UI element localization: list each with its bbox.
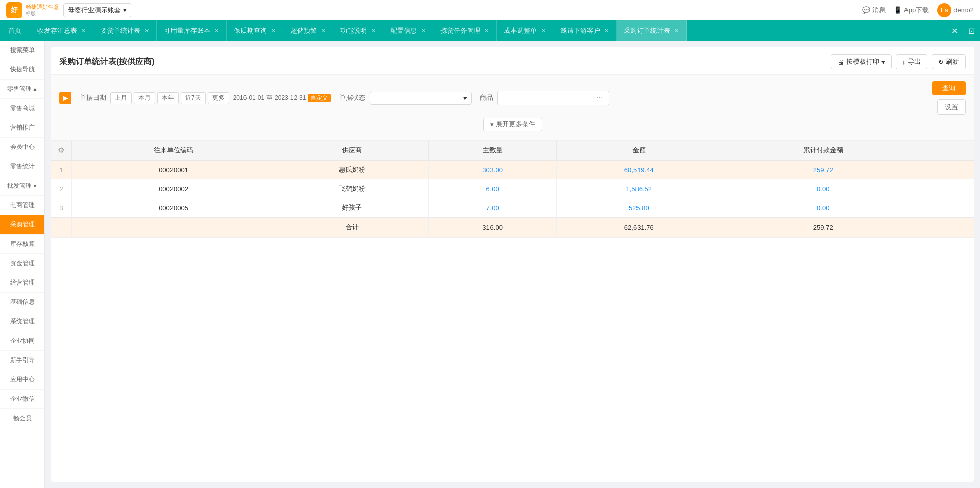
main-qty-cell: 6.00 xyxy=(428,179,557,198)
tabs-end-icons: ✕ ⊡ xyxy=(946,26,980,36)
sidebar-item-inventory[interactable]: 库存核算 xyxy=(0,235,44,254)
settings-button[interactable]: 设置 xyxy=(937,99,966,115)
date-shortcuts: 上月 本月 本年 近7天 更多 xyxy=(110,92,229,104)
close-icon[interactable]: ✕ xyxy=(484,28,489,34)
close-icon[interactable]: ✕ xyxy=(541,28,546,34)
paid-amount-cell: 0.00 xyxy=(721,198,925,218)
close-icon[interactable]: ✕ xyxy=(321,28,326,34)
col-extra xyxy=(925,141,974,161)
sidebar-item-operation[interactable]: 经营管理 xyxy=(0,273,44,293)
sidebar-item-retail-shop[interactable]: 零售商城 xyxy=(0,99,44,118)
query-button[interactable]: 查询 xyxy=(932,81,966,95)
tab-cheng-ben[interactable]: 成本调整单 ✕ xyxy=(497,20,553,41)
table-header-row: ⚙ 往来单位编码 供应商 主数量 金额 累计付款金额 xyxy=(51,141,974,161)
date-btn-7days[interactable]: 近7天 xyxy=(181,92,206,104)
sidebar-item-quick-nav[interactable]: 快捷导航 xyxy=(0,60,44,80)
chevron-down-icon: ▼ xyxy=(33,183,38,189)
status-select[interactable]: ▾ xyxy=(370,92,472,105)
tab-cai-gou[interactable]: 采购订单统计表 ✕ xyxy=(617,20,687,41)
col-gear[interactable]: ⚙ xyxy=(51,141,71,161)
goods-input[interactable]: ··· xyxy=(497,91,609,105)
top-bar-right: 💬 消息 📱 App下载 Ea demo2 xyxy=(862,3,974,17)
close-icon[interactable]: ✕ xyxy=(144,28,149,34)
supplier-cell: 惠氏奶粉 xyxy=(276,161,428,179)
logo-icon: 好 xyxy=(6,2,22,18)
chevron-down-icon: ▾ xyxy=(463,94,467,102)
close-icon[interactable]: ✕ xyxy=(271,28,276,34)
unit-code-cell: 00020002 xyxy=(71,179,276,198)
account-selector[interactable]: 母婴行业演示账套 ▾ xyxy=(63,3,131,17)
export-button[interactable]: ↓ 导出 xyxy=(896,54,928,69)
paid-amount-cell: 259.72 xyxy=(721,161,925,179)
amount-cell: 525.80 xyxy=(557,198,721,218)
close-icon[interactable]: ✕ xyxy=(421,28,426,34)
date-btn-last-month[interactable]: 上月 xyxy=(110,92,132,104)
sidebar-item-purchase-mgmt[interactable]: 采购管理 xyxy=(0,215,44,235)
date-btn-more[interactable]: 更多 xyxy=(208,92,229,104)
tabs-expand-icon[interactable]: ⊡ xyxy=(963,26,980,36)
table-row: 1 00020001 惠氏奶粉 303.00 60,519.44 259.72 xyxy=(51,161,974,179)
sidebar-item-retail-stat[interactable]: 零售统计 xyxy=(0,157,44,176)
col-paid-amount: 累计付款金额 xyxy=(721,141,925,161)
close-icon[interactable]: ✕ xyxy=(604,28,609,34)
export-icon: ↓ xyxy=(902,58,906,66)
sidebar-item-member[interactable]: 会员中心 xyxy=(0,138,44,157)
close-icon[interactable]: ✕ xyxy=(81,28,86,34)
main-qty-cell: 7.00 xyxy=(428,198,557,218)
sidebar-item-retail-mgmt[interactable]: 零售管理 ▲ xyxy=(0,80,44,99)
tabs-close-all-icon[interactable]: ✕ xyxy=(946,26,963,36)
data-table: ⚙ 往来单位编码 供应商 主数量 金额 累计付款金额 1 xyxy=(51,141,974,238)
footer-main-qty: 316.00 xyxy=(428,217,557,238)
print-button[interactable]: 🖨 按模板打印 ▾ xyxy=(831,54,892,69)
amount-cell: 1,586.52 xyxy=(557,179,721,198)
row-num: 2 xyxy=(51,179,71,198)
filter-date-item: 单据日期 上月 本月 本年 近7天 更多 2016-01-01 至 2023-1… xyxy=(80,92,331,104)
tab-bao-zhi[interactable]: 保质期查询 ✕ xyxy=(227,20,283,41)
sidebar-item-enterprise[interactable]: 企业协同 xyxy=(0,331,44,351)
tab-pei-zhi[interactable]: 配置信息 ✕ xyxy=(383,20,433,41)
sidebar-item-ecommerce[interactable]: 电商管理 xyxy=(0,196,44,215)
amount-cell: 60,519.44 xyxy=(557,161,721,179)
date-btn-this-month[interactable]: 本月 xyxy=(134,92,155,104)
user-avatar-btn[interactable]: Ea demo2 xyxy=(937,3,974,17)
tab-yao-huo[interactable]: 要货单统计表 ✕ xyxy=(93,20,157,41)
gear-icon[interactable]: ⚙ xyxy=(58,146,64,155)
more-icon[interactable]: ··· xyxy=(594,93,605,102)
refresh-button[interactable]: ↻ 刷新 xyxy=(932,54,966,69)
expand-more-btn[interactable]: ▾ 展开更多条件 xyxy=(483,118,542,131)
sidebar-item-marketing[interactable]: 营销推广 xyxy=(0,118,44,138)
tab-gong-neng[interactable]: 功能说明 ✕ xyxy=(333,20,383,41)
unit-code-cell: 00020001 xyxy=(71,161,276,179)
sidebar-item-app-center[interactable]: 应用中心 xyxy=(0,370,44,390)
close-icon[interactable]: ✕ xyxy=(674,28,679,34)
page-title: 采购订单统计表(按供应商) xyxy=(59,57,155,67)
tab-home[interactable]: 首页 xyxy=(0,20,30,41)
chevron-down-icon: ▾ xyxy=(881,58,885,66)
sidebar-item-newbie[interactable]: 新手引导 xyxy=(0,351,44,370)
sidebar-item-batch-mgmt[interactable]: 批发管理 ▼ xyxy=(0,176,44,196)
custom-badge: 自定义 xyxy=(308,94,331,102)
tab-shou-fa[interactable]: 收发存汇总表 ✕ xyxy=(30,20,93,41)
col-supplier: 供应商 xyxy=(276,141,428,161)
expand-row: ▾ 展开更多条件 xyxy=(59,115,966,134)
sidebar-item-search[interactable]: 搜索菜单 xyxy=(0,41,44,60)
unit-code-cell: 00020005 xyxy=(71,198,276,218)
sidebar-item-member2[interactable]: 畅会员 xyxy=(0,409,44,428)
refresh-icon: ↻ xyxy=(938,58,944,66)
close-icon[interactable]: ✕ xyxy=(214,28,219,34)
tab-pao-huo[interactable]: 拣货任务管理 ✕ xyxy=(433,20,497,41)
tab-chao-chu[interactable]: 超储预警 ✕ xyxy=(283,20,333,41)
tab-ke-yong[interactable]: 可用量库存账本 ✕ xyxy=(157,20,227,41)
date-btn-this-year[interactable]: 本年 xyxy=(157,92,179,104)
sidebar-item-basic-info[interactable]: 基础信息 xyxy=(0,293,44,312)
message-btn[interactable]: 💬 消息 xyxy=(862,6,886,15)
filter-expand-btn[interactable]: ▶ xyxy=(59,92,71,104)
tab-yao-qing[interactable]: 邀请下游客户 ✕ xyxy=(553,20,617,41)
logo-text: 畅捷通好生意 标版 xyxy=(26,3,59,17)
close-icon[interactable]: ✕ xyxy=(371,28,376,34)
date-range: 2016-01-01 至 2023-12-31 自定义 xyxy=(233,94,331,102)
sidebar-item-system[interactable]: 系统管理 xyxy=(0,312,44,331)
sidebar-item-finance[interactable]: 资金管理 xyxy=(0,254,44,273)
sidebar-item-enterprise-wx[interactable]: 企业微信 xyxy=(0,390,44,409)
app-download-btn[interactable]: 📱 App下载 xyxy=(894,6,929,15)
